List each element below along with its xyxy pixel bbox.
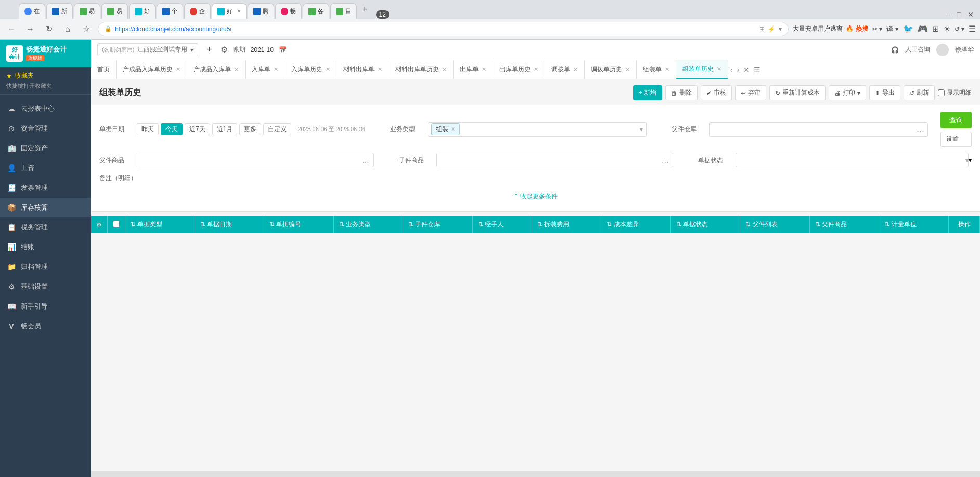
col-header-parent-list[interactable]: ⇅ 父件列表 <box>740 216 810 233</box>
add-button[interactable]: + 新增 <box>633 85 662 100</box>
yesterday-button[interactable]: 昨天 <box>137 123 159 135</box>
child-goods-input[interactable] <box>437 153 657 167</box>
order-status-select-wrap[interactable]: ▾ <box>736 153 972 167</box>
recalculate-button[interactable]: ↻ 重新计算成本 <box>769 85 826 100</box>
export-button[interactable]: ⬆ 导出 <box>869 85 900 100</box>
close-icon[interactable]: ✕ <box>234 66 239 73</box>
calendar-icon[interactable]: 📅 <box>279 46 287 54</box>
custom-date-button[interactable]: 自定义 <box>263 123 291 135</box>
forward-button[interactable]: → <box>23 22 37 36</box>
close-icon[interactable]: ✕ <box>482 66 486 73</box>
browser-tab-0[interactable]: 在 <box>19 3 45 19</box>
reload-button[interactable]: ↻ <box>42 22 56 36</box>
tabs-menu-button[interactable]: ☰ <box>752 66 763 74</box>
page-tab-assembly-history[interactable]: 组装单历史 ✕ <box>676 60 728 79</box>
browser-tab-10[interactable]: 各 <box>303 3 329 19</box>
browser-tab-4[interactable]: 好 <box>129 3 156 19</box>
delete-button[interactable]: 🗑 删除 <box>665 85 698 100</box>
settings-gear-icon[interactable]: ⚙ <box>221 45 228 55</box>
sidebar-item-payroll[interactable]: 👤 工资 <box>0 158 91 178</box>
menu-icon[interactable]: ☰ <box>969 24 976 34</box>
home-button[interactable]: ⌂ <box>60 22 75 36</box>
table-checkbox-header[interactable] <box>108 216 125 233</box>
col-header-cost-diff[interactable]: ⇅ 成本差异 <box>601 216 671 233</box>
child-goods-input-wrap[interactable]: ... <box>436 153 674 167</box>
dropdown-icon[interactable]: ▾ <box>779 25 782 33</box>
sun-icon[interactable]: ☀ <box>943 24 950 34</box>
page-tab-product-inbound[interactable]: 产成品入库单 ✕ <box>187 60 246 79</box>
close-icon[interactable]: ✕ <box>534 66 538 73</box>
close-icon[interactable]: ✕ <box>717 66 721 72</box>
sidebar-item-guide[interactable]: 📖 新手引导 <box>0 296 91 316</box>
show-detail-checkbox-wrap[interactable]: 显示明细 <box>938 88 972 97</box>
page-tab-inbound-history[interactable]: 入库单历史 ✕ <box>285 60 337 79</box>
select-all-checkbox[interactable] <box>113 221 120 227</box>
tabs-prev-arrow[interactable]: ‹ <box>728 66 735 74</box>
col-header-handler[interactable]: ⇅ 经手人 <box>472 216 532 233</box>
bookmark-button[interactable]: ☆ <box>79 22 94 36</box>
review-button[interactable]: ✔ 审核 <box>701 85 732 100</box>
close-icon[interactable]: ✕ <box>573 66 578 73</box>
maximize-button[interactable]: □ <box>957 10 961 19</box>
browser-tab-3[interactable]: 易 <box>101 3 128 19</box>
add-company-button[interactable]: + <box>203 44 215 55</box>
browser-tab-5[interactable]: 个 <box>157 3 183 19</box>
biz-type-dropdown-icon[interactable]: ▾ <box>640 126 643 133</box>
parent-warehouse-more-btn[interactable]: ... <box>917 124 924 135</box>
undo-icon[interactable]: ↺ ▾ <box>955 25 964 33</box>
col-header-date[interactable]: ⇅ 单据日期 <box>195 216 264 233</box>
add-tab-button[interactable]: + <box>358 4 372 15</box>
favorites-hint[interactable]: 快捷键打开收藏夹 <box>6 82 85 90</box>
page-tab-inbound[interactable]: 入库单 ✕ <box>246 60 285 79</box>
horizontal-scrollbar[interactable] <box>91 471 980 477</box>
browser-tab-6[interactable]: 企 <box>184 3 211 19</box>
sidebar-item-invoice[interactable]: 🧾 发票管理 <box>0 178 91 198</box>
browser-tab-2[interactable]: 易 <box>74 3 100 19</box>
show-detail-checkbox[interactable] <box>938 89 945 96</box>
query-button[interactable]: 查询 <box>940 112 972 128</box>
lightning-icon[interactable]: ⚡ <box>768 25 776 33</box>
col-header-order-status[interactable]: ⇅ 单据状态 <box>670 216 740 233</box>
translate-icon[interactable]: 译 ▾ <box>886 24 899 34</box>
qrcode-icon[interactable]: ⊞ <box>759 25 765 33</box>
sidebar-item-inventory[interactable]: 📦 库存核算 <box>0 198 91 217</box>
page-tab-outbound[interactable]: 出库单 ✕ <box>454 60 493 79</box>
filter-settings-button[interactable]: 设置 <box>940 132 972 147</box>
col-header-biz-type[interactable]: ⇅ 业务类型 <box>333 216 403 233</box>
col-header-disassembly-fee[interactable]: ⇅ 拆装费用 <box>532 216 601 233</box>
more-date-button[interactable]: 更多 <box>239 123 261 135</box>
close-icon[interactable]: ✕ <box>442 66 447 73</box>
close-window-button[interactable]: ✕ <box>968 10 974 19</box>
sidebar-item-archive[interactable]: 📁 归档管理 <box>0 257 91 277</box>
col-header-child-warehouse[interactable]: ⇅ 子件仓库 <box>403 216 473 233</box>
close-icon[interactable]: ✕ <box>326 66 330 73</box>
close-all-tabs-button[interactable]: ✕ <box>741 66 752 74</box>
tabs-next-arrow[interactable]: › <box>735 66 742 74</box>
close-icon[interactable]: ✕ <box>274 66 278 73</box>
close-icon[interactable]: ✕ <box>378 66 382 73</box>
page-tab-transfer-history[interactable]: 调拨单历史 ✕ <box>585 60 637 79</box>
refresh-button[interactable]: ↺ 刷新 <box>904 85 935 100</box>
collapse-button[interactable]: ⌃ 收起更多条件 <box>99 189 972 204</box>
print-button[interactable]: 🖨 打印 ▾ <box>829 85 866 100</box>
parent-goods-more-icon[interactable]: ... <box>358 156 373 165</box>
browser-tab-7[interactable]: 好 ✕ <box>212 3 247 19</box>
col-header-type[interactable]: ⇅ 单据类型 <box>125 216 195 233</box>
remove-biz-type-tag[interactable]: ✕ <box>450 126 455 133</box>
page-tab-outbound-history[interactable]: 出库单历史 ✕ <box>493 60 545 79</box>
table-settings-header[interactable]: ⚙ <box>91 216 108 233</box>
col-header-number[interactable]: ⇅ 单据编号 <box>264 216 334 233</box>
7days-button[interactable]: 近7天 <box>185 123 210 135</box>
page-tab-material-outbound-history[interactable]: 材料出库单历史 ✕ <box>389 60 454 79</box>
sidebar-item-settings[interactable]: ⚙ 基础设置 <box>0 277 91 296</box>
child-goods-more-icon[interactable]: ... <box>657 156 673 165</box>
page-tab-product-inbound-history[interactable]: 产成品入库单历史 ✕ <box>117 60 187 79</box>
page-tab-assembly[interactable]: 组装单 ✕ <box>637 60 676 79</box>
browser-tab-9[interactable]: 畅 <box>275 3 302 19</box>
sidebar-item-fixed-assets[interactable]: 🏢 固定资产 <box>0 138 91 158</box>
sidebar-item-closing[interactable]: 📊 结账 <box>0 237 91 257</box>
grid-icon[interactable]: ⊞ <box>932 24 939 34</box>
sidebar-item-cloud-report[interactable]: ☁ 云报表中心 <box>0 99 91 119</box>
1month-button[interactable]: 近1月 <box>212 123 238 135</box>
page-tab-home[interactable]: 首页 <box>91 60 117 79</box>
